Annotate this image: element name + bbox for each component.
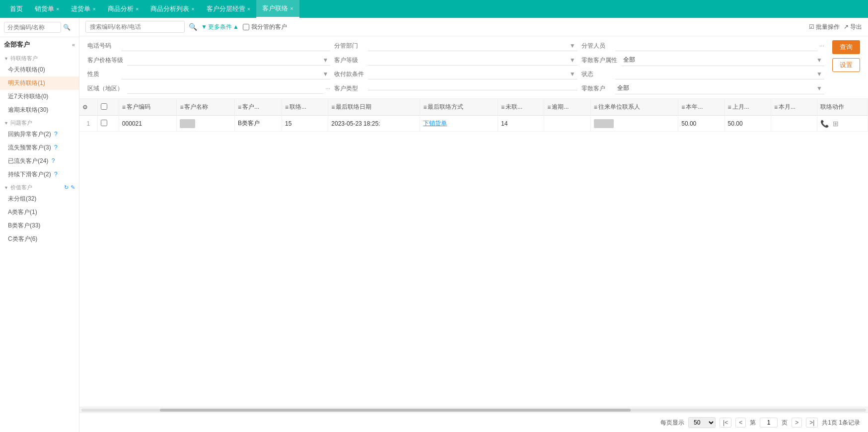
sidebar-search-input[interactable]	[4, 22, 61, 33]
nav-close-icon[interactable]: ×	[92, 6, 95, 12]
customer-table: ⚙ ≡客户编码 ≡客户名称 ≡客户... ≡联络... ≡最后联络日期 ≡最后联…	[79, 99, 868, 132]
sidebar-class-a[interactable]: A类客户(1)	[0, 206, 79, 219]
nav-close-icon[interactable]: ×	[136, 6, 139, 12]
sidebar-search-icon[interactable]: 🔍	[63, 24, 71, 31]
phone-field: 电话号码	[87, 40, 330, 51]
sidebar-7days-pending[interactable]: 近7天待联络(0)	[0, 90, 79, 103]
sidebar-repurchase-abnormal[interactable]: 回购异常客户(2) ?	[0, 128, 79, 141]
phone-action-icon[interactable]: 📞	[820, 120, 829, 128]
settings-icon[interactable]: ⚙	[82, 104, 88, 111]
nav-home[interactable]: 首页	[4, 0, 29, 18]
sidebar-tomorrow-pending[interactable]: 明天待联络(1)	[0, 76, 79, 90]
sidebar-ungrouped[interactable]: 未分组(32)	[0, 192, 79, 206]
col-overdue[interactable]: ≡逾期...	[544, 99, 590, 116]
horizontal-scrollbar[interactable]	[79, 407, 868, 413]
manager-more-icon[interactable]: ···	[819, 42, 824, 49]
row-name: Ea	[177, 116, 235, 132]
col-contacts[interactable]: ≡联络...	[282, 99, 328, 116]
nav-sales-order[interactable]: 销货单 ×	[29, 0, 65, 18]
nav-close-icon[interactable]: ×	[290, 5, 293, 11]
sidebar-class-b[interactable]: B类客户(33)	[0, 219, 79, 232]
nav-product-analysis[interactable]: 商品分析 ×	[102, 0, 145, 18]
sidebar-churned[interactable]: 已流失客户(24) ?	[0, 154, 79, 168]
dept-select[interactable]: ▼	[368, 41, 577, 51]
export-button[interactable]: ↗ 导出	[844, 23, 862, 31]
more-filter-button[interactable]: ▼ 更多条件 ▲	[201, 23, 239, 31]
sidebar-overdue-pending[interactable]: 逾期未联络(30)	[0, 103, 79, 117]
nav-close-icon[interactable]: ×	[56, 6, 59, 12]
select-all-checkbox[interactable]	[101, 103, 107, 110]
row-code: 000021	[119, 116, 177, 132]
retail-customer-select[interactable]: 全部 ▼	[615, 82, 824, 94]
sidebar-search-area: 🔍	[0, 18, 79, 37]
row-checkbox[interactable]	[101, 120, 107, 126]
customer-type-select[interactable]	[368, 87, 577, 90]
refresh-icon[interactable]: ↻	[64, 184, 69, 191]
grid-action-icon[interactable]: ⊞	[833, 120, 839, 128]
collapse-icon: «	[72, 42, 75, 48]
last-contact-link[interactable]: 下销货单	[423, 120, 447, 127]
nav-customer-segmentation[interactable]: 客户分层经营 ×	[201, 0, 256, 18]
set-button[interactable]: 设置	[832, 58, 860, 72]
all-customers-header[interactable]: 全部客户 «	[0, 37, 79, 52]
col-last-contact-date[interactable]: ≡最后联络日期	[328, 99, 420, 116]
col-last-contact-method[interactable]: ≡最后联络方式	[420, 99, 498, 116]
first-page-button[interactable]: |<	[720, 418, 731, 428]
nature-select[interactable]: ▼	[121, 69, 330, 79]
pending-group-label: 待联络客户	[0, 52, 79, 63]
nav-close-icon[interactable]: ×	[247, 6, 250, 12]
col-this-year[interactable]: ≡本年...	[678, 99, 724, 116]
info-icon: ?	[54, 131, 58, 138]
sidebar-today-pending[interactable]: 今天待联络(0)	[0, 63, 79, 76]
price-level-caret-icon: ▼	[322, 57, 328, 64]
sidebar-declining[interactable]: 持续下滑客户(2) ?	[0, 168, 79, 181]
edit-icon[interactable]: ✎	[71, 184, 75, 191]
sort-icon: ≡	[728, 104, 731, 111]
region-field: 区域（地区） ···	[87, 83, 330, 94]
customer-type-field: 客户类型	[334, 84, 577, 93]
content-area: 🔍 ▼ 更多条件 ▲ 我分管的客户 ☑ 批量操作 ↗ 导出	[79, 18, 868, 432]
col-settings[interactable]: ⚙	[79, 99, 97, 116]
nav-product-analysis-list[interactable]: 商品分析列表 ×	[145, 0, 200, 18]
batch-op-button[interactable]: ☑ 批量操作	[809, 23, 840, 31]
col-not-contacted[interactable]: ≡未联...	[498, 99, 544, 116]
page-size-select[interactable]: 50 100 200	[688, 417, 716, 428]
sidebar-class-c[interactable]: C类客户(6)	[0, 232, 79, 246]
search-input[interactable]	[85, 21, 185, 33]
query-button[interactable]: 查询	[832, 40, 860, 54]
phone-input[interactable]	[121, 40, 330, 51]
status-caret-icon: ▼	[816, 71, 822, 77]
region-input[interactable]	[127, 83, 323, 94]
col-last-month[interactable]: ≡上月...	[724, 99, 771, 116]
my-customers-checkbox-label[interactable]: 我分管的客户	[243, 23, 287, 31]
col-customer-type[interactable]: ≡客户...	[235, 99, 282, 116]
price-level-select[interactable]: ▼	[127, 55, 330, 66]
retail-attr-select[interactable]: 全部 ▼	[621, 54, 824, 66]
col-name[interactable]: ≡客户名称	[177, 99, 235, 116]
search-submit-icon[interactable]: 🔍	[189, 23, 197, 31]
advanced-filter: 电话号码 分管部门 ▼ 分管人员	[79, 36, 868, 99]
page-input[interactable]	[760, 418, 778, 428]
nav-purchase-order[interactable]: 进货单 ×	[65, 0, 101, 18]
status-select[interactable]: ▼	[615, 69, 824, 79]
nav-close-icon[interactable]: ×	[191, 6, 194, 12]
next-page-button[interactable]: >	[792, 418, 802, 428]
last-page-button[interactable]: >|	[806, 418, 818, 428]
payment-select[interactable]: ▼	[368, 69, 577, 79]
retail-customer-field: 零散客户 全部 ▼	[581, 82, 824, 94]
my-customers-checkbox[interactable]	[243, 24, 249, 30]
prev-page-button[interactable]: <	[735, 418, 746, 428]
scrollbar-thumb[interactable]	[160, 409, 631, 412]
manager-input[interactable]	[615, 40, 817, 51]
manager-field: 分管人员 ···	[581, 40, 824, 51]
nav-customer-contact[interactable]: 客户联络 ×	[256, 0, 299, 18]
region-more-icon[interactable]: ···	[325, 85, 330, 92]
customer-level-select[interactable]: ▼	[368, 55, 577, 66]
filter-bar-right: ☑ 批量操作 ↗ 导出	[809, 23, 862, 31]
sidebar-churn-warning[interactable]: 流失预警客户(3) ?	[0, 141, 79, 154]
sort-icon: ≡	[681, 104, 685, 111]
col-code[interactable]: ≡客户编码	[119, 99, 177, 116]
price-level-field: 客户价格等级 ▼	[87, 55, 330, 66]
col-this-month[interactable]: ≡本月...	[771, 99, 817, 116]
col-contact-person[interactable]: ≡往来单位联系人	[590, 99, 678, 116]
